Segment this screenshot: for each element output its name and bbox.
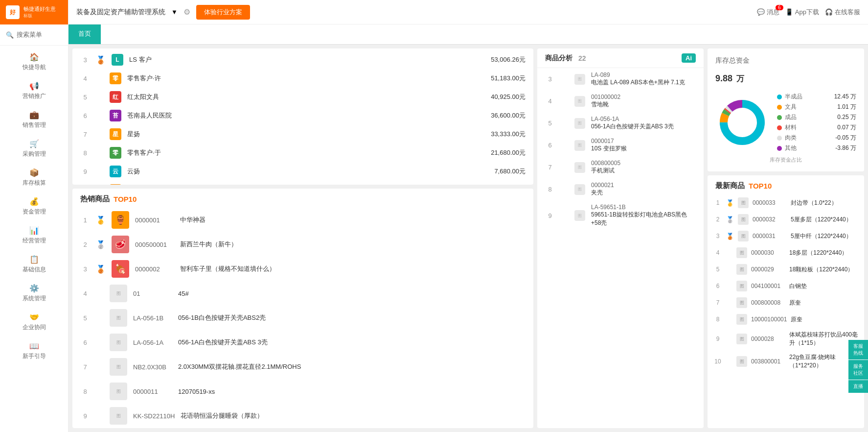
nav-label-2: 销售管理: [23, 121, 46, 129]
sidebar-item-quick-nav[interactable]: 🏠 快捷导航: [0, 48, 68, 76]
nav-label-6: 经营管理: [23, 237, 46, 245]
product-code: LA-056-1B: [133, 314, 172, 322]
product-code: 000800008: [751, 299, 785, 306]
product-thumbnail: 图: [738, 231, 749, 241]
inventory-amount: 9.88 万: [715, 69, 856, 85]
table-row: 9 图 LA-59651-1B 59651-1B旋转投影灯电池盒ABS黑色+58…: [537, 200, 704, 231]
product-code: 0000030: [751, 249, 785, 256]
customer-name: 星扬: [127, 130, 485, 139]
product-code: 0000028: [751, 336, 785, 342]
hot-products-list: 1 🥇 🏺 0000001 中华神器 2 🥈: [72, 208, 533, 428]
search-menu-button[interactable]: 🔍 搜索菜单: [6, 28, 62, 41]
newest-products-title: 最新商品 TOP10: [708, 175, 864, 194]
sidebar-item-system[interactable]: ⚙️ 系统管理: [0, 279, 68, 308]
avatar: 苔: [110, 110, 121, 121]
donut-chart: [715, 96, 769, 149]
app-name: 畅捷通好生意: [23, 5, 56, 12]
list-item: 5 图 LA-056-1B 056-1B白色按键开关壳ABS2壳: [72, 306, 533, 330]
online-service-button[interactable]: 🎧 在线客服: [825, 8, 860, 17]
product-thumbnail: 图: [736, 281, 747, 291]
table-row: 9 云 云扬 7,680.00元: [72, 162, 533, 181]
float-buttons: 客服热线 服务社区 直播: [848, 340, 868, 393]
settings-icon[interactable]: ⚙: [183, 7, 190, 17]
sidebar-item-guide[interactable]: 📖 新手引导: [0, 336, 68, 365]
sidebar-item-operations[interactable]: 📊 经营管理: [0, 221, 68, 250]
list-item: 1 🥇 图 0000033 封边带（1.0*22）: [708, 194, 864, 211]
customer-amount: 21,680.00元: [491, 148, 525, 157]
avatar: 肖: [110, 184, 121, 185]
sidebar-item-collab[interactable]: 🤝 企业协同: [0, 308, 68, 336]
message-button[interactable]: 💬 消息 6: [757, 8, 779, 17]
product-code: 000500001: [135, 241, 174, 248]
topbar: 装备及固定资产辅助管理系统 ▼ ⚙ 体验行业方案 💬 消息 6 📱 App下载 …: [69, 0, 868, 24]
trial-button[interactable]: 体验行业方案: [196, 5, 250, 20]
customer-name: 云扬: [127, 167, 488, 176]
avatar: 零: [110, 72, 121, 84]
product-code: 0000017: [591, 138, 696, 144]
sidebar-nav: 🏠 快捷导航 📢 营销推广 💼 销售管理 🛒 采购管理 📦 库存核算 💰 资金管…: [0, 46, 68, 432]
customer-service-button[interactable]: 客服热线: [848, 340, 868, 360]
left-panel: 3 🥉 L LS 客户 53,006.26元 4 零 零售客户·许: [72, 48, 533, 428]
customer-amount: 36,600.00元: [491, 111, 525, 120]
product-name: 白钢垫: [789, 282, 858, 290]
sidebar-item-sales[interactable]: 💼 销售管理: [0, 105, 68, 134]
product-name: 2.0X30MM双摆花轴.摆花直径2.1MM/ROHS: [178, 362, 525, 371]
table-row: 10 肖 肖总 7,563.00元: [72, 181, 533, 185]
product-thumbnail: 🍖: [112, 260, 129, 278]
medal-icon: 🥈: [96, 240, 106, 249]
system-title: 装备及固定资产辅助管理系统: [76, 8, 165, 17]
system-dropdown[interactable]: ▼: [171, 8, 178, 16]
live-button[interactable]: 直播: [848, 380, 868, 393]
sidebar-item-inventory[interactable]: 📦 库存核算: [0, 163, 68, 192]
nav-icon-4: 📦: [29, 168, 39, 177]
product-code: 01: [133, 290, 172, 297]
app-logo: 好: [6, 5, 20, 19]
product-thumbnail: 🏺: [112, 211, 129, 229]
customer-name: 零售客户·于: [127, 148, 485, 157]
product-code: 0000002: [135, 265, 174, 273]
legend-item-product: 成品 0.25 万: [777, 113, 856, 121]
list-item: 3 🥉 图 0000031 5厘中纤（1220*2440）: [708, 228, 864, 244]
search-section[interactable]: 🔍 搜索菜单: [0, 24, 68, 46]
sidebar-item-marketing[interactable]: 📢 营销推广: [0, 76, 68, 105]
ai-badge[interactable]: Ai: [682, 53, 696, 63]
nav-label-9: 企业协同: [23, 323, 46, 332]
list-item: 10 图 003800001 22g鱼豆腐·烧烤味（1*12*20）: [708, 350, 864, 373]
nav-icon-9: 🤝: [29, 312, 39, 322]
product-thumbnail: 图: [736, 334, 747, 344]
list-item: 1 🥇 🏺 0000001 中华神器: [72, 208, 533, 232]
sidebar-item-finance[interactable]: 💰 资金管理: [0, 192, 68, 221]
list-item: 2 🥈 🥩 000500001 新西兰牛肉（新牛）: [72, 232, 533, 257]
list-item: 5 图 0000029 18颗粒板（1220*2440）: [708, 261, 864, 278]
community-button[interactable]: 服务社区: [848, 360, 868, 380]
product-thumbnail: 图: [574, 74, 585, 85]
app-download-button[interactable]: 📱 App下载: [785, 8, 819, 17]
table-row: 8 图 0000021 夹壳: [537, 178, 704, 200]
product-name: 45#: [178, 290, 525, 297]
right-panel: 库存总资金 9.88 万: [708, 48, 864, 428]
product-name: 花语萌恒温分腿睡袋（厚款）: [181, 411, 525, 420]
list-item: 6 图 004100001 白钢垫: [708, 278, 864, 294]
product-thumbnail: 图: [110, 358, 127, 376]
product-thumbnail: 图: [574, 184, 585, 195]
nav-icon-8: ⚙️: [29, 284, 39, 293]
nav-label-7: 基础信息: [23, 265, 46, 274]
legend-dot: [777, 125, 782, 130]
product-name: 12070519-xs: [178, 388, 525, 395]
product-name: 5厘中纤（1220*2440）: [791, 232, 858, 240]
medal-icon: 🥉: [96, 55, 106, 65]
panel-header: 商品分析 22 Ai: [537, 48, 704, 68]
product-code: 003800001: [751, 358, 785, 365]
product-name: 056-1B白色按键开关壳ABS2壳: [178, 313, 525, 322]
table-row: 3 🥉 L LS 客户 53,006.26元: [72, 50, 533, 69]
product-name: 59651-1B旋转投影灯电池盒ABS黑色+58壳: [591, 211, 696, 227]
nav-icon-10: 📖: [29, 341, 39, 351]
list-item: 9 图 KK-SD22110H 花语萌恒温分腿睡袋（厚款）: [72, 404, 533, 428]
message-badge: 6: [776, 5, 783, 10]
tab-home[interactable]: 首页: [69, 24, 101, 44]
dropdown-arrow-icon: ▼: [171, 8, 178, 16]
product-name: 056-1A白色按键开关盖ABS 3壳: [178, 338, 525, 347]
sidebar-item-purchase[interactable]: 🛒 采购管理: [0, 134, 68, 163]
sidebar-item-basic-info[interactable]: 📋 基础信息: [0, 250, 68, 279]
nav-icon-2: 💼: [29, 110, 39, 120]
